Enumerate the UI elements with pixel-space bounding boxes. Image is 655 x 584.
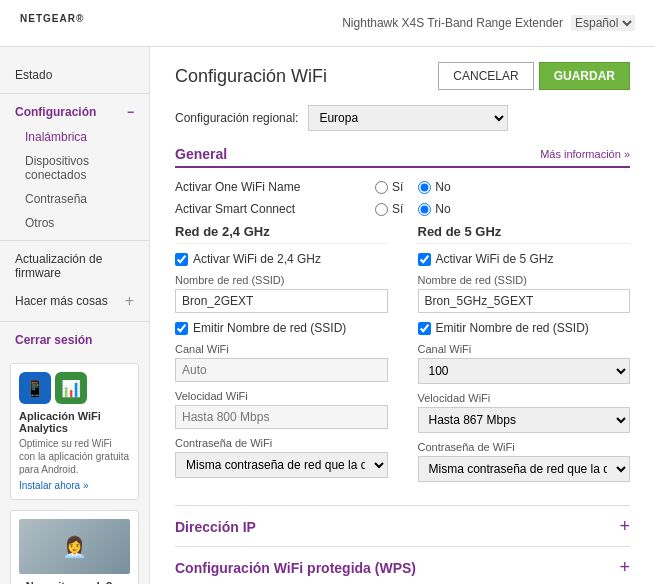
ip-section-title: Dirección IP: [175, 519, 256, 535]
canal-5-label: Canal WiFi: [418, 343, 631, 355]
sidebar-item-hacer[interactable]: Hacer más cosas +: [0, 286, 149, 316]
wps-expand-icon: +: [619, 557, 630, 578]
velocidad-24-field: Velocidad WiFi: [175, 390, 388, 429]
emit-ssid-5-checkbox[interactable]: [418, 322, 431, 335]
emit-ssid-24-row: Emitir Nombre de red (SSID): [175, 321, 388, 335]
regional-select[interactable]: Europa América: [308, 105, 508, 131]
activar-24-row: Activar WiFi de 2,4 GHz: [175, 252, 388, 266]
wps-section-header[interactable]: Configuración WiFi protegida (WPS) +: [175, 546, 630, 582]
chevron-icon: −: [127, 105, 134, 119]
canal-5-field: Canal WiFi 100 36 40 44 149: [418, 343, 631, 384]
emit-ssid-24-label: Emitir Nombre de red (SSID): [193, 321, 346, 335]
header: NETGEAR® Nighthawk X4S Tri-Band Range Ex…: [0, 0, 655, 47]
ssid-24-field: Nombre de red (SSID): [175, 274, 388, 313]
header-right: Nighthawk X4S Tri-Band Range Extender Es…: [342, 15, 635, 31]
wps-section-title: Configuración WiFi protegida (WPS): [175, 560, 416, 576]
app-card-desc: Optimice su red WiFi con la aplicación g…: [19, 437, 130, 476]
activar-24-checkbox[interactable]: [175, 253, 188, 266]
sidebar-sub-contrasena[interactable]: Contraseña: [0, 187, 149, 211]
activar-5-checkbox[interactable]: [418, 253, 431, 266]
band-5-section: Red de 5 GHz Activar WiFi de 5 GHz Nombr…: [418, 224, 631, 490]
smart-connect-si-radio[interactable]: [375, 203, 388, 216]
band-24-section: Red de 2,4 GHz Activar WiFi de 2,4 GHz N…: [175, 224, 388, 490]
band-24-title: Red de 2,4 GHz: [175, 224, 388, 244]
general-section-title: General: [175, 146, 227, 162]
one-wifi-si[interactable]: Sí: [375, 180, 403, 194]
emit-ssid-24-checkbox[interactable]: [175, 322, 188, 335]
app-card: 📱 📊 Aplicación WiFi Analytics Optimice s…: [10, 363, 139, 500]
ip-section-header[interactable]: Dirección IP +: [175, 505, 630, 541]
page-title: Configuración WiFi: [175, 66, 327, 87]
sidebar-divider-1: [0, 93, 149, 94]
emit-ssid-5-label: Emitir Nombre de red (SSID): [436, 321, 589, 335]
contrasena-5-field: Contraseña de WiFi Misma contraseña de r…: [418, 441, 631, 482]
sidebar-sub-inalambrica[interactable]: Inalámbrica: [0, 125, 149, 149]
emit-ssid-5-row: Emitir Nombre de red (SSID): [418, 321, 631, 335]
contrasena-24-select[interactable]: Misma contraseña de red que la de la exi…: [175, 452, 388, 478]
contrasena-5-label: Contraseña de WiFi: [418, 441, 631, 453]
one-wifi-label: Activar One WiFi Name: [175, 180, 375, 194]
ssid-24-label: Nombre de red (SSID): [175, 274, 388, 286]
app-icon-chart: 📊: [55, 372, 87, 404]
activar-5-label: Activar WiFi de 5 GHz: [436, 252, 554, 266]
ssid-24-input[interactable]: [175, 289, 388, 313]
canal-5-select[interactable]: 100 36 40 44 149: [418, 358, 631, 384]
band-config-grid: Red de 2,4 GHz Activar WiFi de 2,4 GHz N…: [175, 224, 630, 490]
sidebar-item-estado[interactable]: Estado: [0, 62, 149, 88]
band-5-title: Red de 5 GHz: [418, 224, 631, 244]
app-icon-phone: 📱: [19, 372, 51, 404]
help-card: 👩‍💼 ¿Necesita ayuda? Envíe sus dudas a n…: [10, 510, 139, 584]
main-content: Configuración WiFi CANCELAR GUARDAR Conf…: [150, 47, 655, 584]
velocidad-24-input[interactable]: [175, 405, 388, 429]
contrasena-5-select[interactable]: Misma contraseña de red que la de la exi…: [418, 456, 631, 482]
language-select[interactable]: Español English: [571, 15, 635, 31]
sidebar-sub-dispositivos[interactable]: Dispositivos conectados: [0, 149, 149, 187]
smart-connect-row: Activar Smart Connect Sí No: [175, 202, 630, 216]
smart-connect-label: Activar Smart Connect: [175, 202, 375, 216]
velocidad-24-label: Velocidad WiFi: [175, 390, 388, 402]
save-button[interactable]: GUARDAR: [539, 62, 630, 90]
one-wifi-radio-group: Sí No: [375, 180, 451, 194]
sidebar: Estado Configuración − Inalámbrica Dispo…: [0, 47, 150, 584]
one-wifi-row: Activar One WiFi Name Sí No: [175, 180, 630, 194]
device-name: Nighthawk X4S Tri-Band Range Extender: [342, 16, 563, 30]
help-title: ¿Necesita ayuda?: [19, 580, 130, 584]
sidebar-sub-otros[interactable]: Otros: [0, 211, 149, 235]
canal-24-input[interactable]: [175, 358, 388, 382]
app-card-icons: 📱 📊: [19, 372, 130, 404]
sidebar-item-logout[interactable]: Cerrar sesión: [0, 327, 149, 353]
netgear-logo: NETGEAR®: [20, 10, 84, 36]
smart-connect-no-radio[interactable]: [418, 203, 431, 216]
smart-connect-radio-group: Sí No: [375, 202, 451, 216]
action-buttons: CANCELAR GUARDAR: [438, 62, 630, 90]
help-image: 👩‍💼: [19, 519, 130, 574]
one-wifi-no-radio[interactable]: [418, 181, 431, 194]
regional-label: Configuración regional:: [175, 111, 298, 125]
one-wifi-si-radio[interactable]: [375, 181, 388, 194]
ssid-5-field: Nombre de red (SSID): [418, 274, 631, 313]
smart-connect-no[interactable]: No: [418, 202, 450, 216]
app-card-title: Aplicación WiFi Analytics: [19, 410, 130, 434]
smart-connect-si[interactable]: Sí: [375, 202, 403, 216]
ip-expand-icon: +: [619, 516, 630, 537]
general-section-header: General Más información »: [175, 146, 630, 168]
one-wifi-no[interactable]: No: [418, 180, 450, 194]
canal-24-field: Canal WiFi: [175, 343, 388, 382]
regional-config-row: Configuración regional: Europa América: [175, 105, 630, 131]
app-install-link[interactable]: Instalar ahora »: [19, 480, 130, 491]
plus-icon: +: [125, 292, 134, 310]
registered-mark: ®: [76, 13, 84, 24]
sidebar-item-actualizacion[interactable]: Actualización de firmware: [0, 246, 149, 286]
more-info-link[interactable]: Más información »: [540, 148, 630, 160]
sidebar-item-configuracion[interactable]: Configuración −: [0, 99, 149, 125]
sidebar-divider-3: [0, 321, 149, 322]
activar-24-label: Activar WiFi de 2,4 GHz: [193, 252, 321, 266]
layout: Estado Configuración − Inalámbrica Dispo…: [0, 47, 655, 584]
velocidad-5-field: Velocidad WiFi Hasta 867 Mbps Hasta 433 …: [418, 392, 631, 433]
velocidad-5-select[interactable]: Hasta 867 Mbps Hasta 433 Mbps: [418, 407, 631, 433]
canal-24-label: Canal WiFi: [175, 343, 388, 355]
ssid-5-label: Nombre de red (SSID): [418, 274, 631, 286]
cancel-button[interactable]: CANCELAR: [438, 62, 533, 90]
page-header: Configuración WiFi CANCELAR GUARDAR: [175, 62, 630, 90]
ssid-5-input[interactable]: [418, 289, 631, 313]
